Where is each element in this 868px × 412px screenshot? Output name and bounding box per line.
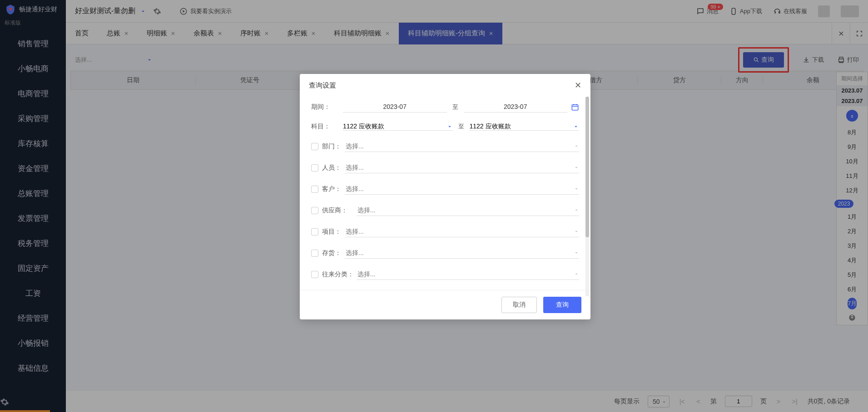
filter-checkbox-6[interactable] — [311, 271, 318, 278]
filter-input-0[interactable] — [345, 141, 574, 152]
period-separator: 至 — [452, 103, 458, 111]
filter-input-6[interactable] — [357, 269, 574, 280]
chevron-down-icon[interactable] — [574, 165, 579, 170]
svg-rect-5 — [572, 104, 578, 110]
chevron-down-icon[interactable] — [574, 186, 579, 191]
subject-to-input[interactable] — [470, 123, 573, 130]
filter-checkbox-4[interactable] — [311, 228, 318, 235]
chevron-down-icon[interactable] — [574, 271, 579, 277]
filter-checkbox-1[interactable] — [311, 164, 318, 172]
subject-separator: 至 — [458, 123, 464, 131]
subject-from-input[interactable] — [343, 123, 446, 130]
chevron-down-icon[interactable] — [574, 250, 579, 255]
period-label: 期间： — [311, 103, 343, 111]
calendar-icon[interactable] — [571, 103, 579, 111]
ok-button[interactable]: 查询 — [543, 297, 581, 313]
modal-title: 查询设置 — [309, 81, 336, 90]
filter-input-1[interactable] — [345, 162, 574, 173]
chevron-down-icon[interactable] — [573, 123, 579, 130]
filter-label-0: 部门： — [322, 142, 345, 151]
period-to-input[interactable] — [464, 101, 568, 113]
chevron-down-icon[interactable] — [574, 229, 579, 234]
chevron-down-icon[interactable] — [446, 123, 453, 130]
filter-checkbox-3[interactable] — [311, 207, 318, 214]
filter-input-5[interactable] — [345, 247, 574, 258]
filter-label-3: 供应商： — [322, 206, 357, 215]
filter-input-3[interactable] — [357, 205, 574, 216]
filter-label-4: 项目： — [322, 228, 345, 236]
query-settings-modal: 查询设置 ✕ 期间： 至 科目： 至 部门：人员：客户：供应商：项目：存货：往来… — [300, 74, 590, 319]
filter-checkbox-2[interactable] — [311, 186, 318, 193]
modal-close-icon[interactable]: ✕ — [575, 80, 581, 90]
filter-checkbox-5[interactable] — [311, 250, 318, 257]
filter-input-2[interactable] — [345, 183, 574, 194]
period-from-input[interactable] — [343, 101, 447, 113]
filter-label-5: 存货： — [322, 249, 345, 257]
cancel-button[interactable]: 取消 — [501, 297, 537, 313]
filter-label-6: 往来分类： — [322, 270, 357, 279]
chevron-down-icon[interactable] — [574, 207, 579, 213]
subject-label: 科目： — [311, 123, 343, 131]
filter-input-4[interactable] — [345, 226, 574, 237]
filter-label-2: 客户： — [322, 185, 345, 193]
filter-label-1: 人员： — [322, 164, 345, 172]
modal-scrollbar[interactable] — [585, 97, 589, 296]
filter-checkbox-0[interactable] — [311, 143, 318, 150]
chevron-down-icon[interactable] — [574, 143, 579, 149]
